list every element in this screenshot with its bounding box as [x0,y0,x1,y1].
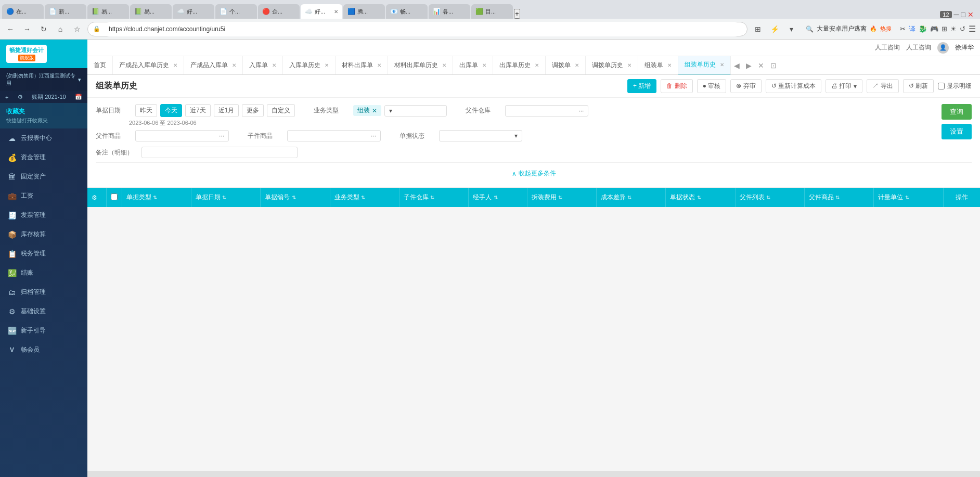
th-parent-list[interactable]: 父件列表 ⇅ [735,188,804,207]
print-button[interactable]: 🖨 打印 ▾ [826,79,862,93]
sidebar-item-inventory[interactable]: 📦 库存核算 [0,225,87,244]
more-icon-parent[interactable]: ··· [219,132,224,139]
sub-tab-outbound-history[interactable]: 出库单历史 ✕ [493,56,546,75]
th-doc-type[interactable]: 单据类型 ⇅ [122,188,191,207]
th-cost-diff[interactable]: 成本差异 ⇅ [596,188,665,207]
parent-item-select[interactable]: ··· [135,130,229,141]
sub-tab-close-11[interactable]: ✕ [667,62,672,68]
sub-tab-transfer[interactable]: 调拨单 ✕ [546,56,586,75]
tab-8[interactable]: ☁️ 好... ✕ [301,4,342,19]
th-settings[interactable]: ⚙ [87,188,106,207]
customer-service-text[interactable]: 人工咨询 [906,43,931,52]
today-btn[interactable]: 今天 [160,104,182,117]
sidebar-item-membership[interactable]: V 畅会员 [0,340,87,359]
back-button[interactable]: ← [4,23,17,35]
parent-warehouse-select[interactable]: ··· [505,105,588,117]
biz-type-tag-close[interactable]: ✕ [372,107,377,114]
new-tab-button[interactable]: + [514,9,520,19]
calendar-icon[interactable]: 📅 [75,94,82,100]
sub-tab-inbound[interactable]: 入库单 ✕ [243,56,283,75]
custom-date-btn[interactable]: 自定义 [267,104,295,117]
sub-tab-close-8[interactable]: ✕ [535,62,539,68]
select-all-checkbox[interactable] [111,194,118,200]
biz-type-select[interactable]: ▾ [384,105,447,117]
sub-tab-close-2[interactable]: ✕ [232,62,236,68]
query-button[interactable]: 查询 [942,104,972,120]
address-input[interactable] [102,22,742,36]
close-window-btn[interactable]: ✕ [968,10,974,19]
sidebar-item-guide[interactable]: 🆕 新手引导 [0,321,87,340]
tab-10[interactable]: 📧 畅... [386,4,428,19]
game-icon[interactable]: 🎮 [930,25,938,33]
sub-tab-assembly-history[interactable]: 组装单历史 ✕ [678,56,731,75]
sub-tab-close-10[interactable]: ✕ [627,62,631,68]
minimize-btn[interactable]: ─ [954,10,959,19]
display-toggle-checkbox[interactable] [938,83,945,89]
tab-5[interactable]: ☁️ 好... [173,4,214,19]
horizontal-scrollbar[interactable] [87,471,980,477]
refresh-button[interactable]: ↺ 刷新 [903,79,934,93]
print-dropdown-icon[interactable]: ▾ [854,83,857,90]
reload-button[interactable]: ↻ [37,23,50,35]
company-selector[interactable]: (勿删勿禁用）江西服宝测试专用 ▾ [0,68,87,91]
th-parent-item[interactable]: 父件商品 ⇅ [804,188,873,207]
sun-icon[interactable]: ☀ [950,25,957,33]
more-date-btn[interactable]: 更多 [242,104,264,117]
sidebar-item-salary[interactable]: 💼 工资 [0,186,87,205]
th-checkbox[interactable] [106,188,122,207]
sub-tab-close-5[interactable]: ✕ [377,62,381,68]
th-unit[interactable]: 计量单位 ⇅ [874,188,943,207]
yesterday-btn[interactable]: 昨天 [135,104,157,117]
sub-tabs-more[interactable]: ⊡ [767,61,780,70]
display-toggle[interactable]: 显示明细 [938,82,972,91]
sub-tab-close-3[interactable]: ✕ [272,62,276,68]
th-doc-date[interactable]: 单据日期 ⇅ [191,188,260,207]
sidebar-item-settlement[interactable]: 💹 结账 [0,263,87,282]
th-doc-status[interactable]: 单据状态 ⇅ [666,188,735,207]
sub-tabs-prev[interactable]: ◀ [731,61,743,70]
sub-tab-close-12[interactable]: ✕ [720,62,724,68]
tab-11[interactable]: 📊 各... [429,4,470,19]
tab-12[interactable]: 🟩 目... [471,4,513,19]
bookmark-button[interactable]: ☆ [71,23,83,35]
tab-6[interactable]: 📄 个... [215,4,257,19]
dropdown-button[interactable]: ▾ [785,23,797,35]
sidebar-item-tax[interactable]: 📋 税务管理 [0,244,87,263]
th-biz-type[interactable]: 业务类型 ⇅ [330,188,399,207]
new-button[interactable]: + 新增 [627,79,656,93]
sub-tab-transfer-history[interactable]: 调拨单历史 ✕ [586,56,638,75]
sub-tab-material-outbound[interactable]: 材料出库单 ✕ [336,56,388,75]
sub-tab-close-1[interactable]: ✕ [173,62,177,68]
recalculate-button[interactable]: ↺ 重新计算成本 [766,79,821,93]
sidebar-item-cloud-reports[interactable]: ☁ 云报表中心 [0,128,87,148]
scissors-icon[interactable]: ✂ [900,25,906,33]
more-icon[interactable]: ··· [578,107,584,114]
th-doc-no[interactable]: 单据编号 ⇅ [261,188,330,207]
tab-9[interactable]: 🟦 腾... [343,4,385,19]
sub-tab-home[interactable]: 首页 [87,56,113,75]
favorites-sub[interactable]: 快捷键打开收藏夹 [6,117,81,124]
plus-icon[interactable]: + [5,94,8,100]
sub-tab-inbound-history[interactable]: 入库单历史 ✕ [283,56,336,75]
tab-2[interactable]: 📄 新... [45,4,86,19]
sidebar-item-invoice[interactable]: 🧾 发票管理 [0,205,87,225]
th-child-warehouse[interactable]: 子件仓库 ⇅ [399,188,468,207]
history-icon[interactable]: ↺ [960,25,965,33]
maximize-btn[interactable]: □ [961,10,965,19]
sidebar-item-settings[interactable]: ⚙ 基础设置 [0,302,87,321]
home-button[interactable]: ⌂ [54,23,67,35]
tab-4[interactable]: 📗 易... [130,4,172,19]
sidebar-item-funds[interactable]: 💰 资金管理 [0,148,87,167]
forward-button[interactable]: → [21,23,33,35]
last1month-btn[interactable]: 近1月 [214,104,239,117]
sidebar-item-fixed-assets[interactable]: 🏛 固定资产 [0,167,87,186]
more-icon-child[interactable]: ··· [371,132,376,139]
sub-tabs-close-all[interactable]: ✕ [755,61,767,70]
sub-tab-close-9[interactable]: ✕ [575,62,579,68]
sub-tab-product-inbound[interactable]: 产成品入库单 ✕ [184,56,243,75]
sub-tab-close-4[interactable]: ✕ [325,62,329,68]
sub-tab-close-6[interactable]: ✕ [442,62,446,68]
abandon-button[interactable]: ⊗ 弃审 [730,79,761,93]
lightning-button[interactable]: ⚡ [768,23,781,35]
filter-settings-button[interactable]: 设置 [942,124,972,139]
